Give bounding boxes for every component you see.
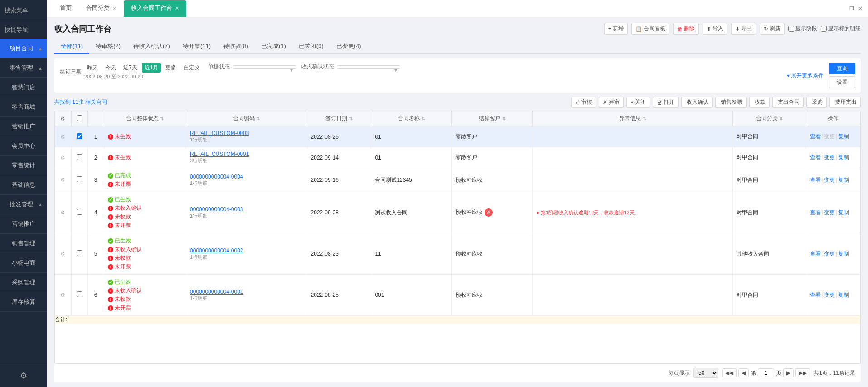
contract-code-link[interactable]: 0000000000004-0004 [190,174,243,180]
row-settings-icon[interactable]: ⚙ [60,177,65,183]
op-查看-link[interactable]: 查看 [810,251,821,257]
sidebar-settings[interactable]: ⚙ [0,364,47,387]
op-复制-link[interactable]: 复制 [838,209,849,216]
row-settings-icon[interactable]: ⚙ [60,155,65,161]
row-checkbox[interactable] [77,209,82,215]
sidebar-search[interactable]: 搜索菜单 [0,0,47,21]
tab-home[interactable]: 首页 [53,0,79,17]
action-btn-expense-out[interactable]: 支出合同 [772,97,804,108]
date-btn-last1month[interactable]: 近1月 [142,63,161,73]
op-复制-link[interactable]: 复制 [838,133,849,140]
row-settings[interactable]: ⚙ [55,168,71,192]
col-header-contract-code[interactable]: 合同编码 ⇅ [186,111,307,126]
contract-code-link[interactable]: 0000000000004-0002 [190,247,243,254]
row-checkbox[interactable] [77,291,82,297]
sidebar-item-xiaocc[interactable]: 小畅电商 [0,253,47,273]
op-复制-link[interactable]: 复制 [838,154,849,160]
op-查看-link[interactable]: 查看 [810,154,821,160]
query-button[interactable]: 查询 [829,63,855,74]
sidebar-nav[interactable]: 快捷导航 [0,21,47,39]
refresh-button[interactable]: ↻ 刷新 [760,23,785,35]
new-button[interactable]: + 新增 [604,23,628,35]
sidebar-item-member[interactable]: 会员中心 [0,136,47,156]
action-btn-review[interactable]: ✓审核 [571,97,596,108]
row-settings-icon[interactable]: ⚙ [60,292,65,298]
show-detail-checkbox[interactable]: 显示标的明细 [821,25,861,33]
export-button[interactable]: ⬇ 导出 [731,23,756,35]
row-settings-icon[interactable]: ⚙ [60,134,65,140]
row-settings[interactable]: ⚙ [55,275,71,316]
col-header-contract-name[interactable]: 合同名称 ⇅ [371,111,452,126]
next-page-btn[interactable]: ▶ [783,368,794,377]
date-btn-today[interactable]: 今天 [102,63,119,73]
op-查看-link[interactable]: 查看 [810,209,821,216]
row-settings-icon[interactable]: ⚙ [60,209,65,216]
action-btn-print[interactable]: 🖨打开 [653,97,679,108]
prev-page-btn[interactable]: ◀ [738,368,749,377]
col-header-sign-date[interactable]: 签订日期 ⇅ [307,111,371,126]
row-checkbox[interactable] [77,154,82,160]
action-btn-abandon[interactable]: ✗弃审 [599,97,624,108]
first-page-btn[interactable]: ◀◀ [722,368,737,377]
contract-code-link[interactable]: 0000000000004-0001 [190,289,243,295]
action-btn-purchase[interactable]: 采购 [806,97,827,108]
window-restore-btn[interactable]: ❐ [849,5,854,12]
sidebar-item-marketing2[interactable]: 营销推广 [0,214,47,234]
doc-status-select[interactable]: ▾ [233,65,296,69]
row-settings-icon[interactable]: ⚙ [60,251,65,257]
filter-tab-pending-invoice[interactable]: 待开票(11) [176,39,217,54]
page-size-select[interactable]: 102050100 [693,368,718,378]
action-btn-expense-pay[interactable]: 费用支出 [829,97,861,108]
date-btn-more[interactable]: 更多 [163,63,179,73]
op-复制-link[interactable]: 复制 [838,292,849,298]
contract-code-link[interactable]: RETAIL_CUSTOM-0001 [190,151,249,157]
sidebar-item-retail-stats[interactable]: 零售统计 [0,156,47,175]
row-settings[interactable]: ⚙ [55,192,71,233]
tab-income-workbench[interactable]: 收入合同工作台✕ [124,0,186,17]
op-查看-link[interactable]: 查看 [810,177,821,183]
col-header-contract-status[interactable]: 合同整体状态 ⇅ [104,111,186,126]
select-all-checkbox[interactable] [77,115,82,121]
date-btn-last7days[interactable]: 近7天 [121,63,140,73]
row-checkbox[interactable] [77,176,82,182]
sidebar-item-inventory[interactable]: 库存核算 [0,292,47,312]
tab-contract-category[interactable]: 合同分类✕ [79,0,124,17]
tab-close-icon[interactable]: ✕ [112,5,116,11]
import-button[interactable]: ⬆ 导入 [703,23,727,35]
op-变更-link[interactable]: 变更 [824,177,835,183]
filter-tab-pending-confirm[interactable]: 待收入确认(7) [127,39,176,54]
op-变更-link[interactable]: 变更 [824,154,835,160]
contract-board-button[interactable]: 📋 合同看板 [631,23,669,35]
action-btn-payment[interactable]: 收款 [749,97,770,108]
action-btn-income-confirm[interactable]: 收入确认 [681,97,713,108]
table-settings-icon[interactable]: ⚙ [60,116,65,122]
income-confirm-select[interactable]: ▾ [337,65,400,69]
expand-conditions-btn[interactable]: ▾ 展开更多条件 [787,72,824,80]
op-变更-link[interactable]: 变更 [824,292,835,298]
filter-tab-all[interactable]: 全部(11) [54,39,89,54]
sidebar-item-purchase-mgmt[interactable]: 采购管理 [0,273,47,292]
row-settings[interactable]: ⚙ [55,126,71,147]
filter-tab-pending-review[interactable]: 待审核(2) [89,39,127,54]
last-page-btn[interactable]: ▶▶ [795,368,810,377]
row-settings[interactable]: ⚙ [55,233,71,275]
delete-button[interactable]: 🗑 删除 [673,23,699,35]
filter-tab-closed[interactable]: 已关闭(0) [292,39,330,54]
col-header-customer[interactable]: 结算客户 ⇅ [452,111,533,126]
set-button[interactable]: 设置 [829,76,855,88]
col-header-exception-info[interactable]: 异常信息 ⇅ [533,111,733,126]
row-settings[interactable]: ⚙ [55,147,71,168]
sidebar-item-wholesale-mgmt[interactable]: 批发管理▲ [0,195,47,214]
op-查看-link[interactable]: 查看 [810,292,821,298]
sidebar-item-project[interactable]: 项目合同▲ [0,39,47,58]
sidebar-item-retail-mgmt[interactable]: 零售管理▲ [0,58,47,78]
date-btn-yesterday[interactable]: 昨天 [84,63,101,73]
sidebar-item-marketing[interactable]: 营销推广 [0,117,47,136]
page-number-input[interactable] [758,368,774,377]
window-close-btn[interactable]: ✕ [858,5,863,12]
op-变更-link[interactable]: 变更 [824,209,835,216]
sidebar-item-base-info[interactable]: 基础信息 [0,175,47,195]
action-btn-close[interactable]: ×关闭 [626,97,650,108]
row-checkbox[interactable] [77,133,82,139]
op-变更-link[interactable]: 变更 [824,251,835,257]
